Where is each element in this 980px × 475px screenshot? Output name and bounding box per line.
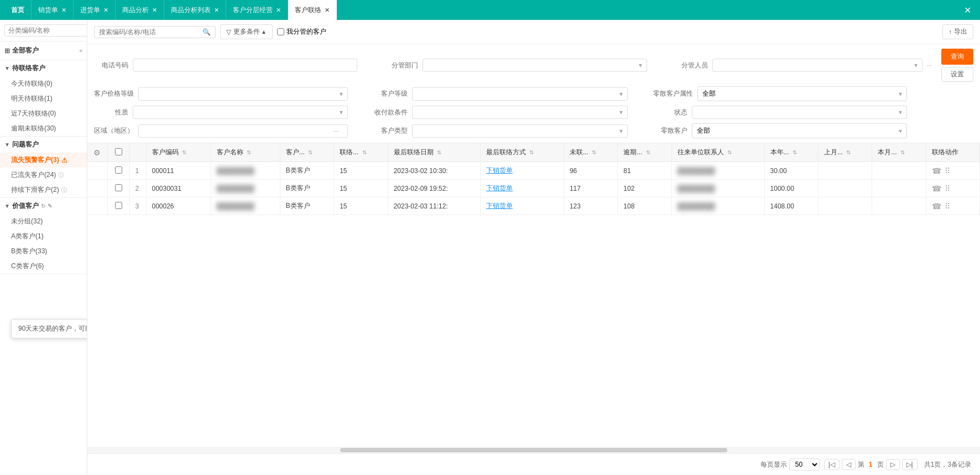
status-select[interactable]: ▾ [692, 106, 907, 119]
th-overdue[interactable]: 逾期... ⇅ [618, 143, 671, 162]
region-more-icon[interactable]: ··· [329, 127, 343, 135]
th-code[interactable]: 客户编码 ⇅ [146, 143, 211, 162]
th-last-date[interactable]: 最后联络日期 ⇅ [388, 143, 480, 162]
more-action-icon[interactable]: ⠿ [945, 166, 950, 175]
more-action-icon[interactable]: ⠿ [945, 184, 950, 193]
close-purchase-tab[interactable]: ✕ [103, 7, 108, 14]
tab-purchase[interactable]: 进货单 ✕ [74, 0, 116, 20]
sidebar-item-class-b[interactable]: B类客户(33) [0, 244, 87, 259]
contact-icon[interactable]: ☎ [932, 202, 941, 211]
tab-product-analysis-list[interactable]: 商品分析列表 ✕ [164, 0, 226, 20]
zero-customer-attr-select[interactable]: 全部 ▾ [697, 86, 907, 101]
manager-select[interactable]: ▾ [712, 59, 922, 72]
close-product-analysis-list-tab[interactable]: ✕ [214, 7, 219, 14]
contact-icon[interactable]: ☎ [932, 184, 941, 193]
row-checkbox[interactable] [115, 202, 122, 209]
sidebar-item-class-a[interactable]: A类客户(1) [0, 229, 87, 244]
contact-method-link[interactable]: 下销货单 [486, 184, 513, 192]
my-customers-label[interactable]: 我分管的客户 [277, 27, 326, 36]
more-conditions-button[interactable]: ▽ 更多条件 ▲ [220, 24, 273, 39]
filter-zero-customer-attr: 零散客户属性 全部 ▾ [653, 86, 907, 101]
customer-level-select[interactable]: ▾ [412, 87, 627, 101]
tab-customer-contact[interactable]: 客户联络 ✕ [288, 0, 337, 20]
close-sales-tab[interactable]: ✕ [61, 7, 66, 14]
sidebar-group-lost-title[interactable]: ▼ 问题客户 [0, 137, 87, 153]
collapse-sidebar-icon[interactable]: « [79, 48, 82, 54]
sidebar-item-lost[interactable]: 已流失客户(24) ⓘ [0, 168, 87, 182]
table-settings-button[interactable]: ⚙ [93, 148, 101, 157]
th-type[interactable]: 客户... ⇅ [280, 143, 333, 162]
chevron-down-icon-3: ▾ [340, 90, 343, 98]
search-input[interactable] [99, 28, 202, 36]
scrollbar-thumb[interactable] [340, 448, 727, 452]
dept-select[interactable]: ▾ [423, 59, 647, 72]
manager-label: 分管人员 [674, 61, 712, 70]
contact-method-link[interactable]: 下销货单 [486, 202, 513, 210]
row-settings-cell [87, 197, 107, 215]
sidebar-item-overdue-pending[interactable]: 逾期未联络(30) [0, 121, 87, 136]
row-checkbox[interactable] [115, 166, 122, 174]
horizontal-scrollbar[interactable] [87, 447, 980, 453]
sidebar-item-tomorrow-pending[interactable]: 明天待联络(1) [0, 91, 87, 106]
sidebar-item-declining[interactable]: 持续下滑客户(2) ⓘ [0, 182, 87, 197]
row-settings-cell [87, 162, 107, 180]
last-page-button[interactable]: ▷| [902, 459, 918, 470]
row-checkbox[interactable] [115, 184, 122, 191]
contact-icon[interactable]: ☎ [932, 166, 941, 175]
th-contact[interactable]: 联络... ⇅ [334, 143, 388, 162]
first-page-button[interactable]: |◁ [824, 459, 840, 470]
current-page-num: 1 [869, 461, 873, 468]
tab-product-analysis[interactable]: 商品分析 ✕ [116, 0, 164, 20]
phone-input[interactable] [133, 59, 357, 72]
search-icon[interactable]: 🔍 [202, 28, 211, 36]
prev-page-button[interactable]: ◁ [842, 459, 856, 470]
row-seq: 1 [129, 162, 146, 180]
sidebar-group-valued-title[interactable]: ▼ 价值客户 ↻ ✎ [0, 198, 87, 214]
th-name[interactable]: 客户名称 ⇅ [211, 143, 280, 162]
customer-type-select[interactable]: ▾ [412, 124, 627, 138]
row-type: B类客户 [280, 162, 333, 180]
row-action: ☎ ⠿ [926, 180, 979, 197]
sidebar-all-customers[interactable]: ⊞ 全部客户 « [0, 41, 87, 60]
customer-level-label: 客户等级 [373, 89, 412, 98]
th-this-year[interactable]: 本年... ⇅ [764, 143, 818, 162]
sidebar-item-today-pending[interactable]: 今天待联络(0) [0, 76, 87, 91]
gender-select[interactable]: ▾ [133, 106, 348, 119]
export-button[interactable]: ↑ 导出 [942, 24, 973, 39]
th-last-method[interactable]: 最后联络方式 ⇅ [481, 143, 564, 162]
row-this-month [872, 180, 926, 197]
more-icon[interactable]: ··· [922, 61, 937, 69]
sidebar-item-at-risk[interactable]: 流失预警客户(3) ⚠ [0, 153, 87, 168]
tab-home[interactable]: 首页 [4, 0, 32, 20]
close-app-button[interactable]: ✕ [960, 5, 976, 15]
close-customer-contact-tab[interactable]: ✕ [325, 7, 330, 14]
th-not-contact[interactable]: 未联... ⇅ [564, 143, 617, 162]
payment-select[interactable]: ▾ [412, 106, 627, 119]
contact-method-link[interactable]: 下销货单 [486, 166, 513, 174]
th-unit-contact[interactable]: 往来单位联系人 ⇅ [671, 143, 764, 162]
tab-customer-segment[interactable]: 客户分层经营 ✕ [226, 0, 288, 20]
edit-icon[interactable]: ✎ [48, 203, 52, 209]
tab-sales[interactable]: 销货单 ✕ [32, 0, 74, 20]
th-this-month[interactable]: 本月... ⇅ [872, 143, 926, 162]
sidebar-item-7days-pending[interactable]: 近7天待联络(0) [0, 106, 87, 121]
zero-customer-select[interactable]: 全部 ▾ [692, 123, 907, 138]
next-page-button[interactable]: ▷ [886, 459, 900, 470]
select-all-checkbox[interactable] [115, 148, 122, 155]
more-action-icon[interactable]: ⠿ [945, 202, 950, 211]
sidebar-search-input[interactable] [4, 24, 87, 36]
page-size-select[interactable]: 50 100 200 [789, 458, 820, 471]
close-product-analysis-tab[interactable]: ✕ [152, 7, 157, 14]
price-level-select[interactable]: ▾ [138, 87, 348, 101]
settings-button[interactable]: 设置 [941, 67, 973, 82]
close-customer-segment-tab[interactable]: ✕ [276, 7, 281, 14]
my-customers-checkbox[interactable] [277, 28, 284, 35]
region-select[interactable]: ··· [138, 124, 348, 138]
refresh-icon[interactable]: ↻ [41, 203, 45, 209]
query-button[interactable]: 查询 [941, 49, 973, 65]
row-overdue: 102 [618, 180, 671, 197]
sidebar-group-pending-title[interactable]: ▼ 待联络客户 [0, 60, 87, 76]
th-last-month[interactable]: 上月... ⇅ [819, 143, 872, 162]
sidebar-item-unclassified[interactable]: 未分组(32) [0, 214, 87, 229]
sidebar-item-class-c[interactable]: C类客户(6) [0, 259, 87, 274]
